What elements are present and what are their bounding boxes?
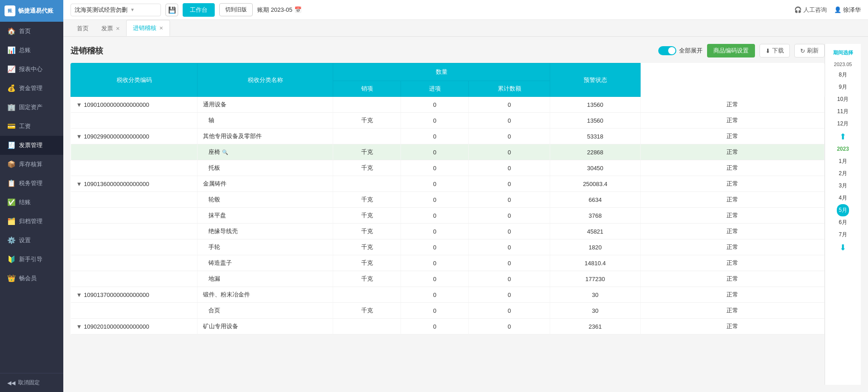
- cell-name: 手轮: [198, 239, 333, 255]
- report-icon: 📈: [7, 65, 15, 73]
- month-item[interactable]: 1月: [837, 155, 849, 167]
- sidebar-label-tax: 税务管理: [19, 179, 42, 187]
- cell-cumulative: 1820: [550, 239, 641, 255]
- col-header-cumulative: 累计数额: [469, 81, 550, 97]
- cell-code: ▼10902010000000000000: [71, 319, 198, 335]
- product-code-button[interactable]: 商品编码设置: [707, 44, 755, 57]
- cell-sales: 0: [401, 255, 469, 271]
- month-item[interactable]: 6月: [837, 216, 849, 229]
- expand-icon[interactable]: ▼: [76, 133, 82, 140]
- tab-close-invoice-icon[interactable]: ✕: [116, 26, 120, 32]
- settle-icon: ✅: [7, 198, 15, 206]
- sidebar-item-settle[interactable]: ✅结账: [0, 193, 63, 212]
- sidebar-item-tax[interactable]: 📋税务管理: [0, 174, 63, 193]
- sidebar-item-archive[interactable]: 🗂️归档管理: [0, 212, 63, 231]
- sidebar-label-fund: 资金管理: [19, 84, 42, 92]
- cell-purchase: 0: [469, 113, 550, 129]
- download-button[interactable]: ⬇ 下载: [760, 44, 790, 57]
- sidebar-item-settings[interactable]: ⚙️设置: [0, 231, 63, 250]
- user-info[interactable]: 👤 徐泽华: [834, 6, 861, 14]
- cell-sales: 0: [401, 224, 469, 239]
- cell-unit: 千克: [333, 224, 401, 239]
- month-item[interactable]: 11月: [835, 105, 850, 118]
- cell-warning: 正常: [641, 224, 825, 239]
- sidebar: 账 畅捷通易代账 🏠首页📊总账📈报表中心💰资金管理🏢固定资产💳工资🧾发票管理📦库…: [0, 0, 63, 392]
- sidebar-label-settings: 设置: [19, 236, 31, 244]
- cell-warning: 正常: [641, 160, 825, 176]
- cell-cumulative: 13560: [550, 97, 641, 113]
- topbar: 沈海英测试经营勿删 ▼ 💾 工作台 切到旧版 账期 2023-05 📅 🎧 人工…: [63, 0, 868, 20]
- month-item[interactable]: 5月: [837, 204, 849, 216]
- expand-icon[interactable]: ▼: [76, 101, 82, 108]
- asset-icon: 🏢: [7, 103, 15, 111]
- sidebar-footer[interactable]: ◀◀ 取消固定: [0, 373, 63, 392]
- sidebar-item-ledger[interactable]: 📊总账: [0, 41, 63, 60]
- topbar-right: 🎧 人工咨询 👤 徐泽华: [794, 6, 861, 14]
- cell-sales: 0: [401, 176, 469, 192]
- search-icon[interactable]: 🔍: [222, 149, 228, 155]
- month-item[interactable]: 4月: [837, 192, 849, 204]
- cell-sales: 0: [401, 192, 469, 208]
- month-item[interactable]: 10月: [835, 93, 850, 105]
- sidebar-item-member[interactable]: 👑畅会员: [0, 269, 63, 288]
- sidebar-item-asset[interactable]: 🏢固定资产: [0, 98, 63, 117]
- title-actions: 全部展开 商品编码设置 ⬇ 下载 ↻ 刷新: [658, 44, 825, 57]
- dropdown-arrow-icon: ▼: [130, 7, 135, 12]
- cell-code: ▼10901370000000000000: [71, 287, 198, 303]
- year-2023-label: 2023.05: [832, 61, 854, 68]
- toggle-all-switch[interactable]: [658, 46, 676, 55]
- tab-label-invoice: 发票: [101, 24, 113, 33]
- sidebar-item-guide[interactable]: 🔰新手引导: [0, 250, 63, 269]
- toggle-all-label: 全部展开: [679, 47, 703, 55]
- workbench-button[interactable]: 工作台: [183, 3, 215, 17]
- toggle-all-container: 全部展开: [658, 46, 703, 55]
- sidebar-item-salary[interactable]: 💳工资: [0, 117, 63, 136]
- month-item[interactable]: 7月: [837, 229, 849, 241]
- tab-close-reconcile-icon[interactable]: ✕: [159, 25, 163, 31]
- up-arrow-icon[interactable]: ⬆: [839, 131, 847, 143]
- cell-unit: 千克: [333, 113, 401, 129]
- expand-icon[interactable]: ▼: [76, 292, 82, 298]
- cell-code: [71, 113, 198, 129]
- month-item[interactable]: 3月: [837, 180, 849, 192]
- save-button[interactable]: 💾: [165, 4, 178, 16]
- cell-purchase: 0: [469, 319, 550, 335]
- switch-version-button[interactable]: 切到旧版: [219, 3, 253, 16]
- month-item[interactable]: 8月: [835, 69, 850, 81]
- sidebar-item-home[interactable]: 🏠首页: [0, 22, 63, 41]
- tab-reconcile[interactable]: 进销稽核✕: [126, 20, 170, 36]
- cell-cumulative: 3768: [550, 208, 641, 224]
- cell-code: [71, 192, 198, 208]
- cell-unit: 千克: [333, 144, 401, 160]
- tab-home[interactable]: 首页: [71, 21, 95, 36]
- sidebar-item-stock[interactable]: 📦库存核算: [0, 155, 63, 174]
- cell-code: [71, 255, 198, 271]
- page-body: 进销稽核 全部展开 商品编码设置 ⬇ 下载 ↻ 刷新: [63, 37, 868, 392]
- user-icon: 👤: [834, 6, 841, 13]
- cell-unit: 千克: [333, 160, 401, 176]
- down-arrow-icon[interactable]: ⬇: [839, 242, 847, 253]
- company-selector[interactable]: 沈海英测试经营勿删 ▼: [71, 4, 161, 16]
- support-button[interactable]: 🎧 人工咨询: [794, 6, 827, 14]
- refresh-icon: ↻: [800, 48, 805, 54]
- period-prefix: 账期: [257, 6, 269, 14]
- refresh-button[interactable]: ↻ 刷新: [794, 44, 825, 57]
- month-item[interactable]: 12月: [835, 118, 850, 130]
- sidebar-item-report[interactable]: 📈报表中心: [0, 60, 63, 79]
- month-item[interactable]: 2月: [837, 167, 849, 180]
- calendar-icon[interactable]: 📅: [294, 6, 302, 13]
- save-icon: 💾: [168, 6, 176, 14]
- table-row: 铸造盖子 千克 0 0 14810.4 正常: [71, 255, 825, 271]
- cell-cumulative: 250083.4: [550, 176, 641, 192]
- month-item[interactable]: 9月: [835, 81, 850, 93]
- sidebar-label-asset: 固定资产: [19, 103, 42, 111]
- table-row: 手轮 千克 0 0 1820 正常: [71, 239, 825, 255]
- sidebar-item-fund[interactable]: 💰资金管理: [0, 79, 63, 98]
- expand-icon[interactable]: ▼: [76, 323, 82, 330]
- table-row: ▼10901370000000000000 锻件、粉末冶金件 0 0 30 正常: [71, 287, 825, 303]
- cell-warning: 正常: [641, 319, 825, 335]
- tab-invoice[interactable]: 发票✕: [95, 21, 126, 36]
- table-row: ▼10902010000000000000 矿山专用设备 0 0 2361 正常: [71, 319, 825, 335]
- sidebar-item-invoice[interactable]: 🧾发票管理: [0, 136, 63, 155]
- expand-icon[interactable]: ▼: [76, 181, 82, 187]
